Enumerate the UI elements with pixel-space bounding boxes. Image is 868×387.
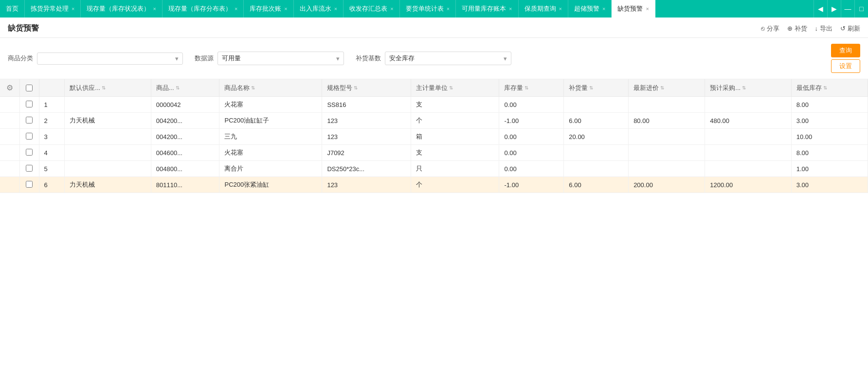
th-product-code[interactable]: 商品... ⇅ bbox=[151, 79, 219, 97]
sort-unit-icon: ⇅ bbox=[449, 85, 453, 90]
td-latest-price bbox=[629, 129, 705, 145]
tab-shortage-close[interactable]: × bbox=[646, 6, 649, 12]
td-product-name: 火花塞 bbox=[219, 97, 322, 113]
tab-expiry-query[interactable]: 保质期查询 × bbox=[519, 0, 568, 18]
td-checkbox[interactable] bbox=[19, 145, 39, 161]
td-checkbox[interactable] bbox=[19, 97, 39, 113]
th-checkbox bbox=[19, 79, 39, 97]
th-min-stock[interactable]: 最低库存 ⇅ bbox=[791, 79, 868, 97]
th-row-num bbox=[39, 79, 65, 97]
tab-minimize-button[interactable]: — bbox=[841, 0, 854, 18]
td-latest-price bbox=[629, 145, 705, 161]
th-replenish-qty[interactable]: 补货量 ⇅ bbox=[564, 79, 629, 97]
th-estimated-purchase[interactable]: 预计采购... ⇅ bbox=[705, 79, 791, 97]
tab-overstock[interactable]: 超储预警 × bbox=[568, 0, 612, 18]
settings-button[interactable]: 设置 bbox=[831, 59, 860, 73]
tab-inventory-dist-close[interactable]: × bbox=[235, 6, 237, 12]
tab-inventory-status[interactable]: 现存量（库存状况表） × bbox=[81, 0, 162, 18]
tab-inventory-dist[interactable]: 现存量（库存分布表） × bbox=[163, 0, 244, 18]
export-button[interactable]: ↓ 导出 bbox=[815, 24, 833, 33]
tab-shortage[interactable]: 缺货预警 × bbox=[612, 0, 655, 18]
td-min-stock: 1.00 bbox=[791, 161, 868, 177]
td-stock: 0.00 bbox=[499, 97, 564, 113]
th-product-name[interactable]: 商品名称 ⇅ bbox=[219, 79, 322, 97]
td-checkbox[interactable] bbox=[19, 177, 39, 193]
share-label: 分享 bbox=[767, 24, 779, 33]
tab-order-stats-close[interactable]: × bbox=[447, 6, 450, 12]
replenish-label: 补货 bbox=[795, 24, 807, 33]
td-settings bbox=[0, 145, 19, 161]
page-title: 缺货预警 bbox=[8, 23, 39, 34]
datasource-select[interactable]: 可用量 ▾ bbox=[217, 52, 344, 65]
td-stock: 0.00 bbox=[499, 161, 564, 177]
tab-inout-flow[interactable]: 出入库流水 × bbox=[294, 0, 344, 18]
row-checkbox[interactable] bbox=[26, 117, 33, 123]
th-latest-price[interactable]: 最新进价 ⇅ bbox=[629, 79, 705, 97]
row-checkbox[interactable] bbox=[26, 165, 33, 172]
tab-receive-summary[interactable]: 收发存汇总表 × bbox=[344, 0, 399, 18]
td-product-name: 火花塞 bbox=[219, 145, 322, 161]
td-estimated-purchase: 480.00 bbox=[705, 113, 791, 129]
data-table: ⚙ 默认供应... ⇅ bbox=[0, 79, 868, 193]
gear-icon[interactable]: ⚙ bbox=[6, 83, 13, 92]
th-stock[interactable]: 库存量 ⇅ bbox=[499, 79, 564, 97]
row-checkbox[interactable] bbox=[26, 181, 33, 188]
sort-supplier-icon: ⇅ bbox=[102, 85, 106, 90]
tab-overstock-close[interactable]: × bbox=[602, 6, 605, 12]
td-estimated-purchase bbox=[705, 129, 791, 145]
row-checkbox[interactable] bbox=[26, 133, 33, 140]
th-unit[interactable]: 主计量单位 ⇅ bbox=[411, 79, 499, 97]
td-product-code: 004800... bbox=[151, 161, 219, 177]
td-checkbox[interactable] bbox=[19, 113, 39, 129]
replenish-button[interactable]: ⊕ 补货 bbox=[787, 24, 807, 33]
td-product-code: 004600... bbox=[151, 145, 219, 161]
td-product-name: PC200油缸缸子 bbox=[219, 113, 322, 129]
td-settings bbox=[0, 129, 19, 145]
tab-available-ledger[interactable]: 可用量库存账本 × bbox=[456, 0, 518, 18]
replenish-base-select[interactable]: 安全库存 ▾ bbox=[385, 52, 511, 65]
td-stock: 0.00 bbox=[499, 145, 564, 161]
td-stock: -1.00 bbox=[499, 113, 564, 129]
tab-batch-account[interactable]: 库存批次账 × bbox=[244, 0, 293, 18]
tab-next-button[interactable]: ▶ bbox=[827, 0, 841, 18]
tab-maximize-button[interactable]: □ bbox=[854, 0, 868, 18]
tab-available-ledger-close[interactable]: × bbox=[509, 6, 512, 12]
refresh-button[interactable]: ↺ 刷新 bbox=[840, 24, 860, 33]
td-default-supplier: 力天机械 bbox=[65, 177, 151, 193]
tab-inout-flow-close[interactable]: × bbox=[334, 6, 337, 12]
td-row-num: 5 bbox=[39, 161, 65, 177]
td-checkbox[interactable] bbox=[19, 161, 39, 177]
td-stock: -1.00 bbox=[499, 177, 564, 193]
category-filter-group: 商品分类 ▾ bbox=[8, 53, 183, 65]
query-button[interactable]: 查询 bbox=[831, 44, 860, 57]
td-latest-price: 80.00 bbox=[629, 113, 705, 129]
td-row-num: 2 bbox=[39, 113, 65, 129]
sort-stock-icon: ⇅ bbox=[524, 85, 528, 90]
td-checkbox[interactable] bbox=[19, 129, 39, 145]
tab-expiry-query-close[interactable]: × bbox=[559, 6, 562, 12]
tab-receive-summary-close[interactable]: × bbox=[390, 6, 393, 12]
td-min-stock: 3.00 bbox=[791, 113, 868, 129]
th-default-supplier[interactable]: 默认供应... ⇅ bbox=[65, 79, 151, 97]
tab-abnormal-close[interactable]: × bbox=[72, 6, 74, 12]
td-default-supplier bbox=[65, 161, 151, 177]
category-select-arrow: ▾ bbox=[175, 55, 179, 62]
td-unit: 个 bbox=[411, 113, 499, 129]
tab-batch-account-close[interactable]: × bbox=[284, 6, 287, 12]
td-spec: 123 bbox=[322, 129, 411, 145]
table-row: 5004800...离合片DS250*23c...只0.001.00 bbox=[0, 161, 868, 177]
tab-inventory-status-close[interactable]: × bbox=[153, 6, 156, 12]
share-button[interactable]: ⎋ 分享 bbox=[761, 24, 779, 33]
category-select[interactable]: ▾ bbox=[37, 53, 183, 65]
tab-home[interactable]: 首页 bbox=[0, 0, 25, 18]
row-checkbox[interactable] bbox=[26, 101, 33, 107]
tab-prev-button[interactable]: ◀ bbox=[814, 0, 827, 18]
table-row: 3004200...三九123箱0.0020.0010.00 bbox=[0, 129, 868, 145]
th-settings[interactable]: ⚙ bbox=[0, 79, 19, 97]
th-spec[interactable]: 规格型号 ⇅ bbox=[322, 79, 411, 97]
td-product-name: PC200张紧油缸 bbox=[219, 177, 322, 193]
row-checkbox[interactable] bbox=[26, 149, 33, 156]
tab-order-stats[interactable]: 要货单统计表 × bbox=[400, 0, 456, 18]
select-all-checkbox[interactable] bbox=[26, 85, 33, 91]
tab-abnormal[interactable]: 拣货异常处理 × bbox=[25, 0, 81, 18]
